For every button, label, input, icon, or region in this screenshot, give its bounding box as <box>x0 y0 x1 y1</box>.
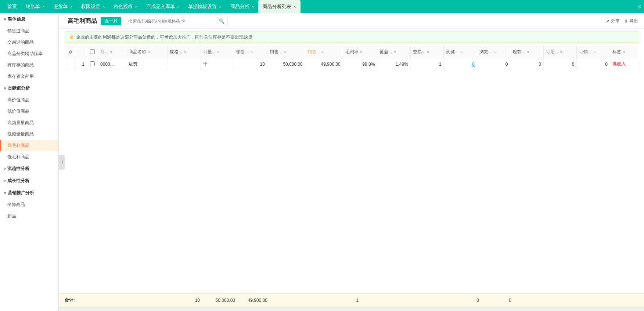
cell-tag: 高收入 <box>610 58 638 70</box>
col-tag[interactable]: 标签 ⇅ <box>610 46 638 58</box>
sidebar-collapse-button[interactable]: 《 <box>59 155 65 170</box>
close-tab-purchase[interactable]: × <box>70 4 72 9</box>
sidebar-item-high-profit[interactable]: 高毛利商品 <box>0 140 58 151</box>
cell-spec <box>168 58 201 70</box>
sidebar-group-overall[interactable]: ∨ 整体信息 <box>0 13 58 25</box>
cell-coverage: 1.49% <box>377 58 411 70</box>
sidebar-item-new-goods[interactable]: 新品 <box>0 210 58 222</box>
sidebar-item-high-value[interactable]: 高价值商品 <box>0 94 58 106</box>
cell-checkbox[interactable] <box>87 58 98 70</box>
tip-bar: ⚙ 企业的主要的利润都是这部分商品创造的，可考虑加大推广，同时关注库存是不要出现… <box>65 32 638 43</box>
col-checkbox[interactable] <box>87 46 98 58</box>
tab-products[interactable]: 产成品入库单 × <box>142 0 184 13</box>
cell-gross-margin: 99.8% <box>343 58 377 70</box>
horizontal-scrollbar[interactable] <box>59 307 644 311</box>
arrow-financial: ∨ <box>4 86 6 90</box>
tab-sales[interactable]: 销售单 × <box>21 0 49 13</box>
col-sales-cost[interactable]: 销售... ⇅ <box>305 46 343 58</box>
share-button[interactable]: ↗ 分享 <box>606 18 620 24</box>
tab-permissions[interactable]: 权限设置 × <box>77 0 109 13</box>
table-header-row: ⚙ 商... ⇅ 商品名称 ⇅ 规格... ⇅ 计量... ⇅ 销售... ⇅ … <box>65 46 638 58</box>
top-nav: 首页 销售单 × 进货单 × 权限设置 × 角色授权 × 产成品入库单 × 单据… <box>0 0 644 13</box>
content-header: 高毛利商品 近一月 🔍 ↗ 分享 ⬇ 导出 <box>59 13 644 29</box>
col-name[interactable]: 商品名称 ⇅ <box>126 46 168 58</box>
sidebar-item-traded-goods[interactable]: 交易过的商品 <box>0 37 58 48</box>
cell-saleable: 0 <box>577 58 610 70</box>
cell-transactions: 1 <box>410 58 444 70</box>
tip-icon: ⚙ <box>69 35 74 40</box>
search-box: 🔍 <box>125 17 228 25</box>
data-table-wrapper[interactable]: ⚙ 商... ⇅ 商品名称 ⇅ 规格... ⇅ 计量... ⇅ 销售... ⇅ … <box>65 46 638 293</box>
cell-sales-qty: 10 <box>234 58 267 70</box>
sidebar-item-sales-goods[interactable]: 销售过商品 <box>0 25 58 37</box>
col-coverage[interactable]: 覆盖... ⇅ <box>377 46 411 58</box>
sidebar: ∨ 整体信息 销售过商品 交易过的商品 商品分类辅助筛率 有库存的商品 库存资金… <box>0 13 59 311</box>
sidebar-item-inventory-goods[interactable]: 有库存的商品 <box>0 59 58 71</box>
search-input[interactable] <box>128 19 219 24</box>
close-tab-templates[interactable]: × <box>219 4 221 9</box>
close-tab-analysis-list[interactable]: × <box>294 4 296 9</box>
close-tab-permissions[interactable]: × <box>102 4 105 9</box>
cell-unit: 个 <box>201 58 234 70</box>
tab-analysis-list[interactable]: 商品分析列表 × <box>258 0 300 13</box>
footer-sales-amount: 50,000.00 <box>206 298 235 303</box>
col-sales-amount[interactable]: 销售... ⇅ <box>267 46 305 58</box>
close-all-tabs[interactable]: × <box>638 4 641 10</box>
sidebar-group-financial[interactable]: ∨ 贡献值分析 <box>0 82 58 94</box>
tab-home[interactable]: 首页 <box>3 0 21 13</box>
export-icon: ⬇ <box>624 19 628 24</box>
sidebar-item-low-freq[interactable]: 低频量量商品 <box>0 129 58 140</box>
sidebar-group-marketing[interactable]: ∨ 营销推广分析 <box>0 187 58 199</box>
cell-browse1[interactable]: 0 <box>444 58 477 70</box>
content-area: 《 高毛利商品 近一月 🔍 ↗ 分享 ⬇ 导出 ⚙ <box>59 13 644 311</box>
col-unit[interactable]: 计量... ⇅ <box>201 46 234 58</box>
arrow-growth: > <box>4 179 6 183</box>
sidebar-item-all-goods[interactable]: 全部商品 <box>0 199 58 210</box>
sidebar-item-inventory-ratio[interactable]: 库存资金占用 <box>0 71 58 82</box>
sidebar-item-goods-analysis[interactable]: 商品分类辅助筛率 <box>0 48 58 59</box>
footer-transactions: 1 <box>322 298 359 303</box>
tab-purchase[interactable]: 进货单 × <box>49 0 76 13</box>
sidebar-item-low-value[interactable]: 低价值商品 <box>0 106 58 117</box>
footer-saleable: 0 <box>482 298 511 303</box>
cell-code: 0000... <box>98 58 126 70</box>
header-actions: ↗ 分享 ⬇ 导出 <box>606 18 638 24</box>
search-icon[interactable]: 🔍 <box>219 18 224 24</box>
col-transactions[interactable]: 交易... ⇅ <box>410 46 444 58</box>
col-current[interactable]: 现有... ⇅ <box>510 46 544 58</box>
main-container: ∨ 整体信息 销售过商品 交易过的商品 商品分类辅助筛率 有库存的商品 库存资金… <box>0 13 644 311</box>
footer-sales-qty: 10 <box>178 298 200 303</box>
sidebar-group-trend[interactable]: > 流趋性分析 <box>0 163 58 175</box>
col-gross-margin[interactable]: 毛利率 ⇅ <box>343 46 377 58</box>
cell-browse2: 0 <box>477 58 510 70</box>
col-browse1[interactable]: 浏览... ⇅ <box>444 46 477 58</box>
page-title: 高毛利商品 <box>68 17 97 25</box>
close-tab-products[interactable]: × <box>177 4 179 9</box>
row-checkbox[interactable] <box>90 61 95 66</box>
tab-analysis[interactable]: 商品分析 × <box>226 0 258 13</box>
select-all-checkbox[interactable] <box>90 49 95 54</box>
col-saleable[interactable]: 可销... ⇅ <box>577 46 610 58</box>
col-spec[interactable]: 规格... ⇅ <box>168 46 201 58</box>
col-code[interactable]: 商... ⇅ <box>98 46 126 58</box>
sidebar-group-growth[interactable]: > 成长性分析 <box>0 175 58 187</box>
data-table: ⚙ 商... ⇅ 商品名称 ⇅ 规格... ⇅ 计量... ⇅ 销售... ⇅ … <box>65 46 638 70</box>
footer-label: 合计: <box>65 297 75 303</box>
footer-sales-cost: 49,900.00 <box>238 298 267 303</box>
col-browse2[interactable]: 浏览... ⇅ <box>477 46 510 58</box>
sidebar-item-low-profit[interactable]: 低毛利商品 <box>0 151 58 163</box>
tab-templates[interactable]: 单据模板设置 × <box>184 0 226 13</box>
col-available[interactable]: 可用... ⇅ <box>543 46 577 58</box>
close-tab-sales[interactable]: × <box>42 4 44 9</box>
col-sales-qty[interactable]: 销售... ⇅ <box>234 46 267 58</box>
close-tab-roles[interactable]: × <box>135 4 137 9</box>
export-button[interactable]: ⬇ 导出 <box>624 18 638 24</box>
time-filter-button[interactable]: 近一月 <box>101 17 121 25</box>
col-settings[interactable]: ⚙ <box>65 46 76 58</box>
cell-current: 0 <box>510 58 544 70</box>
share-icon: ↗ <box>606 19 609 24</box>
arrow-marketing: ∨ <box>4 191 6 195</box>
close-tab-analysis[interactable]: × <box>252 4 254 9</box>
sidebar-item-high-freq[interactable]: 高频量量商品 <box>0 117 58 129</box>
tab-roles[interactable]: 角色授权 × <box>109 0 141 13</box>
